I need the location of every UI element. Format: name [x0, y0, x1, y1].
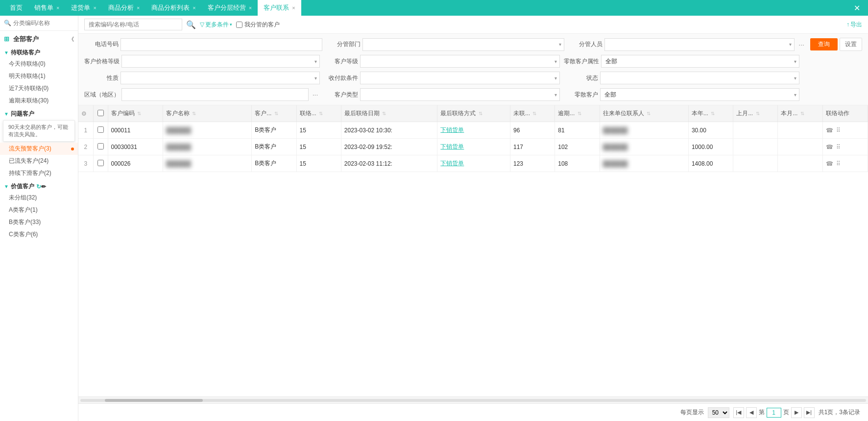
- first-page-button[interactable]: |◀: [733, 407, 744, 418]
- nav-tab-analysis-list[interactable]: 商品分析列表 ×: [145, 0, 201, 16]
- nature-select[interactable]: [121, 72, 320, 84]
- filter-search-button[interactable]: 🔍: [186, 20, 196, 29]
- next-page-button[interactable]: ▶: [791, 407, 802, 418]
- last-page-button[interactable]: ▶|: [804, 407, 815, 418]
- retail-customer-select-wrapper: 全部 ▾: [600, 88, 799, 101]
- contact-action-icon-1[interactable]: ☎: [826, 127, 833, 134]
- scrollbar-thumb[interactable]: [105, 399, 203, 402]
- contact-action-icon-3[interactable]: ☎: [826, 160, 833, 167]
- row-check-1[interactable]: [97, 126, 104, 133]
- customer-type-select[interactable]: [360, 88, 559, 101]
- sidebar-item-tomorrow[interactable]: 明天待联络(1): [0, 70, 78, 82]
- close-tab-customer-contact-icon[interactable]: ×: [292, 5, 295, 11]
- sidebar-item-7days[interactable]: 近7天待联络(0): [0, 82, 78, 95]
- refresh-icon[interactable]: ↻: [36, 183, 41, 190]
- manager-select[interactable]: [604, 38, 795, 51]
- scrollbar-track[interactable]: [80, 399, 866, 402]
- row-last-method-1[interactable]: 下销货单: [437, 122, 510, 139]
- sidebar-item-declining[interactable]: 持续下滑客户(2): [0, 167, 78, 179]
- region-select[interactable]: [121, 88, 309, 101]
- table-header-code[interactable]: 客户编码 ⇅: [108, 105, 163, 122]
- price-level-select[interactable]: [121, 55, 320, 68]
- sidebar-item-class-b[interactable]: B类客户(33): [0, 216, 78, 228]
- sidebar-item-overdue[interactable]: 逾期未联络(30): [0, 95, 78, 107]
- more-action-icon-3[interactable]: ⠿: [836, 160, 841, 167]
- table-header-this-month[interactable]: 本月... ⇅: [778, 105, 822, 122]
- table-header-unlink[interactable]: 未联... ⇅: [510, 105, 555, 122]
- nav-tab-purchase[interactable]: 进货单 ×: [65, 0, 102, 16]
- sidebar-section-pending-title[interactable]: ▼ 待联络客户: [0, 46, 78, 58]
- phone-input[interactable]: [121, 38, 322, 51]
- row-checkbox-3[interactable]: [93, 155, 108, 172]
- retail-attr-select[interactable]: 全部: [601, 55, 799, 68]
- my-customers-check[interactable]: [236, 22, 242, 28]
- region-more-icon[interactable]: ···: [311, 91, 320, 99]
- table-header-last-method[interactable]: 最后联络方式 ⇅: [437, 105, 510, 122]
- table-header-contact[interactable]: 联络... ⇅: [296, 105, 341, 122]
- sidebar-item-unclassified[interactable]: 未分组(32): [0, 192, 78, 204]
- filter-search-input[interactable]: [84, 19, 182, 30]
- sidebar-item-class-c[interactable]: C类客户(6): [0, 228, 78, 241]
- settings-gear-icon[interactable]: ⚙: [81, 110, 87, 117]
- manager-select-wrapper: ▾: [604, 38, 795, 51]
- dept-select[interactable]: [362, 38, 564, 51]
- table-header-last-month[interactable]: 上月... ⇅: [733, 105, 778, 122]
- sort-last-month-icon: ⇅: [756, 111, 760, 116]
- sidebar-item-churn-warning[interactable]: 流失预警客户(3): [0, 143, 78, 155]
- status-select[interactable]: [600, 72, 799, 84]
- sidebar-item-churned[interactable]: 已流失客户(24): [0, 155, 78, 167]
- table-header-overdue[interactable]: 逾期... ⇅: [555, 105, 600, 122]
- nav-tab-customer-layer[interactable]: 客户分层经营 ×: [202, 0, 258, 16]
- table-header-settings[interactable]: ⚙: [78, 105, 93, 122]
- row-checkbox-1[interactable]: [93, 122, 108, 139]
- close-tab-sales-icon[interactable]: ×: [56, 5, 59, 11]
- contact-action-icon-2[interactable]: ☎: [826, 144, 833, 150]
- select-all-checkbox[interactable]: [97, 110, 104, 116]
- sidebar-section-value-title[interactable]: ▼ 价值客户 ↻ ✏: [0, 179, 78, 192]
- nav-tab-customer-contact[interactable]: 客户联系 ×: [258, 0, 301, 16]
- prev-page-button[interactable]: ◀: [746, 407, 757, 418]
- table-header-type[interactable]: 客户... ⇅: [252, 105, 296, 122]
- table-header-checkbox[interactable]: [93, 105, 108, 122]
- payment-select[interactable]: [360, 72, 559, 84]
- sidebar-all-customers[interactable]: ⊞ 全部客户 《: [0, 31, 78, 46]
- query-button[interactable]: 查询: [810, 38, 838, 50]
- window-close-button[interactable]: ✕: [850, 3, 864, 13]
- manager-more-icon[interactable]: ···: [796, 41, 806, 49]
- close-tab-analysis-icon[interactable]: ×: [137, 5, 140, 11]
- customer-level-select[interactable]: [360, 55, 559, 68]
- row-check-3[interactable]: [97, 160, 104, 166]
- retail-customer-select[interactable]: 全部: [600, 88, 799, 101]
- more-action-icon-1[interactable]: ⠿: [836, 127, 841, 134]
- table-header-name[interactable]: 客户名称 ⇅: [163, 105, 251, 122]
- row-checkbox-2[interactable]: [93, 139, 108, 155]
- nav-tab-analysis[interactable]: 商品分析 ×: [102, 0, 145, 16]
- close-tab-customer-layer-icon[interactable]: ×: [249, 5, 252, 11]
- nav-tab-sales[interactable]: 销售单 ×: [28, 0, 65, 16]
- more-conditions-button[interactable]: ▽ 更多条件 ▾: [200, 21, 232, 29]
- horizontal-scrollbar[interactable]: [78, 396, 868, 403]
- my-customers-checkbox[interactable]: 我分管的客户: [236, 21, 280, 29]
- table-header-year-amount[interactable]: 本年... ⇅: [688, 105, 733, 122]
- close-tab-analysis-list-icon[interactable]: ×: [193, 5, 195, 11]
- sidebar-item-class-a[interactable]: A类客户(1): [0, 204, 78, 216]
- arrow-icon: ▼: [4, 50, 9, 55]
- nav-home[interactable]: 首页: [4, 0, 28, 16]
- table-header-last-date[interactable]: 最后联络日期 ⇅: [341, 105, 437, 122]
- row-last-method-2[interactable]: 下销货单: [437, 139, 510, 155]
- row-check-2[interactable]: [97, 143, 104, 149]
- action-buttons: 查询 设置: [810, 38, 862, 51]
- settings-button[interactable]: 设置: [840, 38, 862, 51]
- export-button[interactable]: ↑ 导出: [846, 21, 862, 29]
- sidebar-section-problem-title[interactable]: ▼ 问题客户: [0, 107, 78, 119]
- sidebar-search-input[interactable]: [13, 20, 78, 26]
- close-tab-purchase-icon[interactable]: ×: [93, 5, 96, 11]
- per-page-select[interactable]: 50: [708, 407, 729, 418]
- row-last-method-3[interactable]: 下销货单: [437, 155, 510, 172]
- sidebar-item-today[interactable]: 今天待联络(0): [0, 58, 78, 70]
- table-header-contact-person[interactable]: 往来单位联系人 ⇅: [600, 105, 688, 122]
- dept-select-wrapper: ▾: [362, 38, 564, 51]
- footer: 每页显示 50 |◀ ◀ 第 1 页 ▶ ▶| 共1页，3条记录: [78, 403, 868, 421]
- more-action-icon-2[interactable]: ⠿: [836, 144, 841, 150]
- edit-icon[interactable]: ✏: [41, 183, 46, 190]
